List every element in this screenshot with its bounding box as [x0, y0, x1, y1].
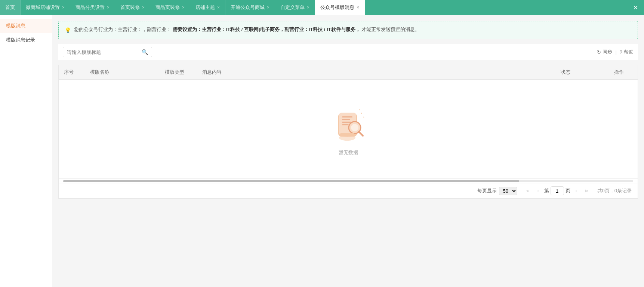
col-header-name: 模版名称 [85, 65, 160, 80]
tab-product-decor-label: 商品页装修 [155, 4, 180, 11]
col-header-seq: 序号 [59, 65, 85, 80]
help-button[interactable]: ? 帮助 [620, 49, 634, 55]
svg-point-11 [363, 117, 364, 118]
close-category-settings[interactable]: × [107, 5, 110, 10]
table-wrap: 序号 模版名称 模版类型 消息内容 状态 操作 [58, 65, 638, 199]
close-open-mall[interactable]: × [267, 5, 269, 10]
data-table: 序号 模版名称 模版类型 消息内容 状态 操作 [59, 65, 638, 178]
close-product-decor[interactable]: × [182, 5, 185, 10]
notice-text: 您的公众号行业为：主营行业：，副营行业： 需要设置为：主营行业：IT科技 / 互… [74, 26, 420, 34]
close-template-msg[interactable]: × [357, 5, 359, 10]
tab-custom-menu-label: 自定义菜单 [280, 4, 305, 11]
svg-rect-3 [342, 116, 352, 117]
close-shop-settings[interactable]: × [62, 5, 65, 10]
page-nav: ⊲ ‹ 第 页 › ⊳ [523, 186, 591, 195]
svg-rect-14 [340, 133, 355, 136]
tab-custom-menu[interactable]: 自定义菜单 × [275, 0, 315, 15]
top-nav: 首页 微商城店铺设置 × 商品分类设置 × 首页装修 × 商品页装修 × 店铺主… [0, 0, 644, 15]
page-size-label: 每页显示 [477, 187, 497, 194]
tab-shop-settings-label: 微商城店铺设置 [26, 4, 60, 11]
close-custom-menu[interactable]: × [307, 5, 309, 10]
tab-home-decor[interactable]: 首页装修 × [115, 0, 150, 15]
sync-button[interactable]: ↻ 同步 [597, 49, 612, 55]
sidebar-item-template-record[interactable]: 模版消息记录 [0, 33, 52, 47]
tab-home-label: 首页 [5, 4, 15, 11]
search-icon: 🔍 [142, 49, 148, 55]
tab-home[interactable]: 首页 [0, 0, 21, 15]
notice-icon: 💡 [65, 26, 71, 34]
empty-state: 暂无数据 [59, 80, 638, 178]
search-button[interactable]: 🔍 [138, 47, 152, 57]
global-close-button[interactable]: ✕ [627, 0, 644, 15]
sidebar-item-template-msg-label: 模版消息 [6, 23, 25, 28]
empty-illustration [328, 102, 369, 143]
total-info: 共0页，0条记录 [597, 187, 632, 194]
tab-template-msg-label: 公众号模版消息 [320, 4, 354, 11]
pagination: 每页显示 50 20 10 ⊲ ‹ 第 页 › ⊳ 共0页，0条记录 [59, 183, 638, 198]
svg-rect-4 [342, 119, 350, 120]
tab-shop-settings[interactable]: 微商城店铺设置 × [21, 0, 70, 15]
page-size-wrap: 每页显示 50 20 10 [477, 187, 517, 195]
toolbar-right: ↻ 同步 | ? 帮助 [597, 49, 634, 55]
col-header-status: 状态 [555, 65, 600, 80]
page-size-select[interactable]: 50 20 10 [499, 187, 517, 195]
svg-rect-5 [342, 122, 351, 123]
search-wrap: 🔍 [63, 47, 152, 57]
tab-open-mall[interactable]: 开通公众号商城 × [225, 0, 275, 15]
prev-page-button[interactable]: ‹ [534, 186, 543, 195]
close-home-decor[interactable]: × [142, 5, 145, 10]
tab-template-msg[interactable]: 公众号模版消息 × [315, 0, 365, 15]
toolbar-divider: | [615, 49, 616, 55]
tab-shop-theme-label: 店铺主题 [195, 4, 215, 11]
sidebar-item-template-record-label: 模版消息记录 [6, 37, 35, 43]
notice-banner: 💡 您的公众号行业为：主营行业：，副营行业： 需要设置为：主营行业：IT科技 /… [58, 21, 638, 39]
col-header-type: 模版类型 [160, 65, 197, 80]
page-label: 第 [544, 187, 549, 194]
sync-icon: ↻ [597, 49, 601, 55]
notice-highlight: 需要设置为：主营行业：IT科技 / 互联网|电子商务，副营行业：IT科技 / I… [173, 27, 360, 32]
col-header-content: 消息内容 [197, 65, 555, 80]
tab-product-decor[interactable]: 商品页装修 × [150, 0, 190, 15]
content-area: 💡 您的公众号行业为：主营行业：，副营行业： 需要设置为：主营行业：IT科技 /… [52, 15, 644, 287]
page-suffix: 页 [566, 187, 570, 194]
tab-home-decor-label: 首页装修 [120, 4, 140, 11]
scrollbar-thumb [63, 180, 519, 182]
tab-category-settings-label: 商品分类设置 [76, 4, 105, 11]
empty-text: 暂无数据 [339, 149, 358, 156]
search-input[interactable] [63, 48, 138, 57]
svg-rect-6 [342, 124, 349, 125]
first-page-button[interactable]: ⊲ [523, 186, 532, 195]
toolbar: 🔍 ↻ 同步 | ? 帮助 [58, 44, 638, 60]
svg-point-12 [359, 109, 360, 110]
sidebar-item-template-msg[interactable]: 模版消息 [0, 19, 52, 33]
sync-label: 同步 [603, 49, 612, 55]
page-number-input[interactable] [551, 186, 564, 195]
last-page-button[interactable]: ⊳ [582, 186, 591, 195]
next-page-button[interactable]: › [572, 186, 581, 195]
svg-point-8 [351, 124, 358, 131]
tab-category-settings[interactable]: 商品分类设置 × [70, 0, 115, 15]
scrollbar-track [63, 180, 633, 182]
svg-point-10 [361, 113, 362, 114]
tab-open-mall-label: 开通公众号商城 [231, 4, 265, 11]
notice-suffix: 才能正常发送预置的消息。 [361, 27, 420, 32]
svg-line-9 [359, 132, 363, 136]
horizontal-scrollbar[interactable] [59, 178, 638, 183]
sidebar: 模版消息 模版消息记录 [0, 15, 52, 287]
main-layout: 模版消息 模版消息记录 💡 您的公众号行业为：主营行业：，副营行业： 需要设置为… [0, 15, 644, 287]
help-label: 帮助 [624, 49, 634, 55]
tab-shop-theme[interactable]: 店铺主题 × [190, 0, 225, 15]
notice-prefix: 您的公众号行业为：主营行业：，副营行业： [74, 27, 171, 32]
close-shop-theme[interactable]: × [217, 5, 220, 10]
help-icon: ? [620, 49, 622, 55]
toolbar-left: 🔍 [63, 47, 152, 57]
col-header-action: 操作 [600, 65, 638, 80]
